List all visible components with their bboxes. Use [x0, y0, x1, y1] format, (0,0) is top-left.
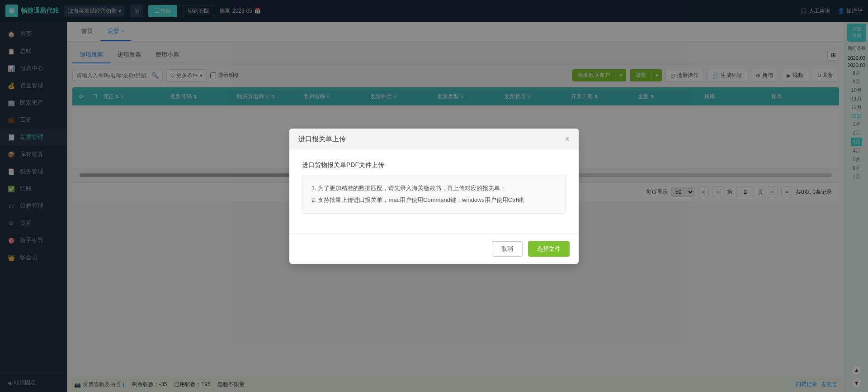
modal-close-btn[interactable]: ×: [565, 135, 570, 143]
modal-footer: 取消 选择文件: [289, 234, 579, 264]
modal-header: 进口报关单上传 ×: [289, 129, 579, 150]
modal-cancel-btn[interactable]: 取消: [492, 241, 523, 257]
modal-overlay[interactable]: 进口报关单上传 × 进口货物报关单PDF文件上传 1. 为了更加精准的数据匹配，…: [0, 0, 868, 392]
modal-body: 进口货物报关单PDF文件上传 1. 为了更加精准的数据匹配，请先录入海关缴款书，…: [289, 150, 579, 234]
modal-instruction-2: 2. 支持批量上传进口报关单，mac用户使用Command键，windows用户…: [311, 194, 557, 206]
modal-section-title: 进口货物报关单PDF文件上传: [302, 161, 566, 169]
modal-select-file-btn[interactable]: 选择文件: [528, 241, 570, 257]
import-customs-modal: 进口报关单上传 × 进口货物报关单PDF文件上传 1. 为了更加精准的数据匹配，…: [289, 129, 579, 264]
app-container: 畅 畅捷通易代账 沈海英测试经营勿删 ▾ ⊞ 工作台 切到旧版 账期 2023-…: [0, 0, 868, 392]
modal-info-box: 1. 为了更加精准的数据匹配，请先录入海关缴款书，再上传对应的报关单； 2. 支…: [302, 175, 566, 214]
modal-title: 进口报关单上传: [298, 135, 346, 143]
modal-instruction-1: 1. 为了更加精准的数据匹配，请先录入海关缴款书，再上传对应的报关单；: [311, 182, 557, 194]
